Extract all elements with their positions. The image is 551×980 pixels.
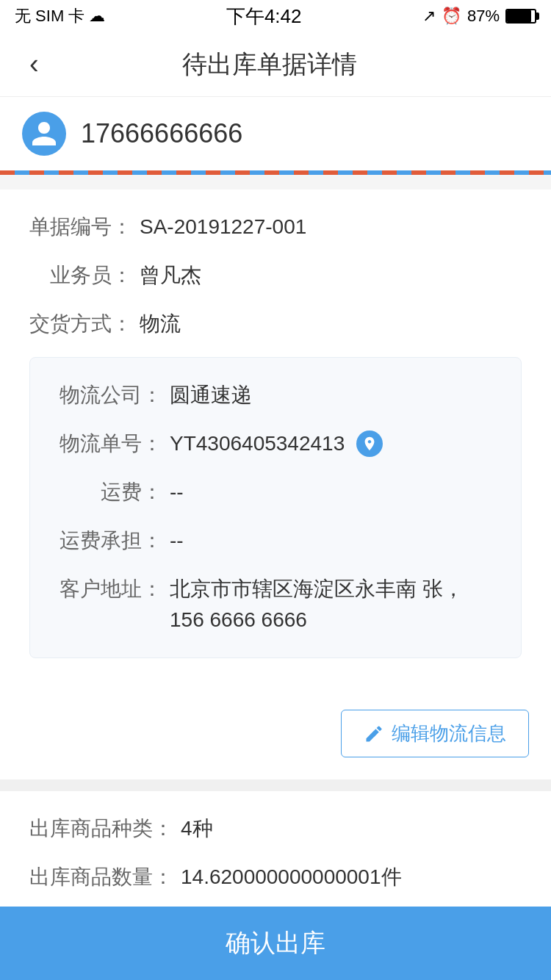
salesman-label: 业务员： [29, 260, 132, 291]
avatar [22, 112, 66, 156]
user-phone: 17666666666 [81, 118, 242, 149]
delivery-row: 交货方式： 物流 [29, 309, 522, 339]
doc-no-label: 单据编号： [29, 212, 132, 242]
address-label: 客户地址： [60, 574, 162, 605]
time-display: 下午4:42 [226, 4, 302, 29]
battery-icon [505, 9, 536, 24]
freight-bearer-label: 运费承担： [60, 525, 162, 556]
goods-quantity-row: 出库商品数量： 14.620000000000001件 [29, 862, 522, 893]
doc-no-row: 单据编号： SA-20191227-001 [29, 212, 522, 242]
carrier-wifi: 无 SIM 卡 ☁ [15, 5, 105, 27]
edit-logistics-label: 编辑物流信息 [392, 721, 506, 746]
page-title: 待出库单据详情 [46, 48, 494, 82]
confirm-outbound-label: 确认出库 [226, 926, 325, 960]
back-button[interactable]: ‹ [22, 41, 46, 87]
dashed-separator [0, 170, 551, 175]
logistics-company-row: 物流公司： 圆通速递 [60, 380, 491, 411]
freight-label: 运费： [60, 477, 162, 508]
nav-bar: ‹ 待出库单据详情 [0, 32, 551, 97]
delivery-label: 交货方式： [29, 309, 132, 339]
user-icon [29, 119, 59, 148]
logistics-card: 物流公司： 圆通速递 物流单号： YT4306405342413 运费： -- … [29, 357, 522, 658]
tracking-value-row: YT4306405342413 [170, 428, 491, 459]
status-bar: 无 SIM 卡 ☁ 下午4:42 ↗ ⏰ 87% [0, 0, 551, 32]
edit-icon [364, 724, 384, 744]
salesman-row: 业务员： 曾凡杰 [29, 260, 522, 291]
edit-logistics-button[interactable]: 编辑物流信息 [341, 710, 529, 757]
tracking-location-icon[interactable] [356, 430, 383, 457]
address-value: 北京市市辖区海淀区永丰南 张，156 6666 6666 [170, 574, 491, 635]
freight-row: 运费： -- [60, 477, 491, 508]
logistics-company-value: 圆通速递 [170, 380, 491, 411]
edit-logistics-row: 编辑物流信息 [0, 695, 551, 779]
address-row: 客户地址： 北京市市辖区海淀区永丰南 张，156 6666 6666 [60, 574, 491, 635]
freight-value: -- [170, 477, 491, 508]
logistics-company-label: 物流公司： [60, 380, 162, 411]
delivery-value: 物流 [140, 309, 522, 339]
goods-quantity-value: 14.620000000000001件 [181, 862, 522, 893]
goods-quantity-label: 出库商品数量： [29, 862, 173, 893]
freight-bearer-value: -- [170, 525, 491, 556]
confirm-outbound-button[interactable]: 确认出库 [0, 907, 551, 980]
inventory-section: 出库商品种类： 4种 出库商品数量： 14.620000000000001件 [0, 791, 551, 915]
section-divider [0, 779, 551, 791]
alarm-icon: ⏰ [442, 7, 461, 26]
freight-bearer-row: 运费承担： -- [60, 525, 491, 556]
document-info-section: 单据编号： SA-20191227-001 业务员： 曾凡杰 交货方式： 物流 … [0, 190, 551, 695]
battery-percentage: 87% [467, 7, 500, 26]
map-pin-icon [361, 436, 378, 452]
location-status-icon: ↗ [422, 7, 436, 26]
user-header: 17666666666 [0, 97, 551, 170]
tracking-no: YT4306405342413 [170, 428, 345, 459]
doc-no-value: SA-20191227-001 [140, 212, 522, 242]
tracking-row: 物流单号： YT4306405342413 [60, 428, 491, 459]
goods-types-row: 出库商品种类： 4种 [29, 813, 522, 844]
goods-types-value: 4种 [181, 813, 522, 844]
system-icons: ↗ ⏰ 87% [422, 7, 536, 26]
tracking-label: 物流单号： [60, 428, 162, 459]
goods-types-label: 出库商品种类： [29, 813, 173, 844]
salesman-value: 曾凡杰 [140, 260, 522, 291]
